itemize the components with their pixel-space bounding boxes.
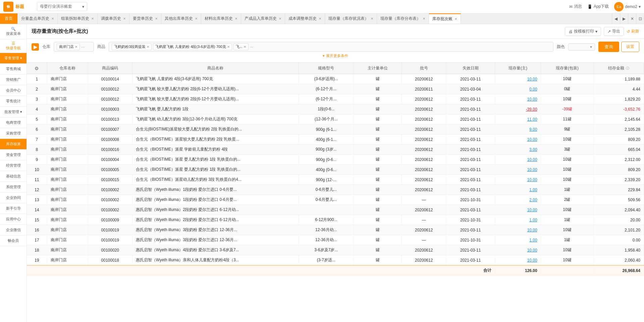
tab-cailiaochu[interactable]: 材料出库单历史 ✕ [201,13,241,24]
tab-xiancunliang1[interactable]: 现存量（库存状况表） ✕ [325,13,377,24]
product-tag-1[interactable]: 飞鹤奶粉3段两提装 ✕ [112,43,152,50]
sidebar-item-changhui[interactable]: 畅会员 [0,235,26,246]
sidebar-item-pifa[interactable]: 批发管理 ▾ [0,107,26,117]
tab-xiancunliang2[interactable]: 现存量（库存分布表） ✕ [377,13,429,24]
cell-qty-main[interactable]: 1.00 [495,235,541,245]
settings-icon[interactable]: ⚙ [35,66,39,71]
tab-close-icon[interactable]: ✕ [454,17,457,21]
cell-qty-main[interactable]: 1.00 [495,185,541,195]
tab-chanpin[interactable]: 产成品入库单历史 ✕ [241,13,285,24]
sidebar-item-xinshou[interactable]: 新手引导 [0,203,26,214]
cell-spec: 3-6岁及7岁... [299,245,354,255]
sidebar-item-huiyuan[interactable]: 会员中心 [0,85,26,96]
tab-fenliangpandian[interactable]: 分量盘点单历史 ✕ [18,13,58,24]
cell-code: 00100004 [88,155,132,165]
sidebar-item-jingying[interactable]: 经营管理 [0,160,26,171]
sidebar-quick-nav[interactable]: ☰ 快捷导航 [0,39,26,53]
tab-home[interactable]: 首页 [0,13,18,24]
product-filter-group[interactable]: 飞鹤奶粉3段两提装 ✕ 飞鹤星飞帆 儿童奶粉 4段(3-6岁适用) 700克 ✕… [109,42,553,52]
tab-zuzhangchaijian[interactable]: 组装拆卸单历史 ✕ [58,13,98,24]
export-button[interactable]: ↗ 导出 [604,27,624,36]
user-menu[interactable]: Ea demo2 ▾ [614,2,641,11]
query-button[interactable]: 查询 [598,42,619,52]
cell-qty-main[interactable]: 10.00 [495,225,541,235]
app-download-button[interactable]: 📱 App下载 [587,4,609,9]
tab-diaobodanhistory[interactable]: 调拨单历史 ✕ [98,13,129,24]
product-more-icon[interactable]: ··· [250,45,253,49]
sidebar-item-lingshou[interactable]: 零售管理 ▾ [0,53,26,64]
tab-close-icon[interactable]: ✕ [423,17,425,20]
tab-next-button[interactable]: ▶ [620,13,628,24]
th-qty-pkg: 现存量(包装) [541,63,594,74]
sidebar-item-dianshangg[interactable]: 电商管理 [0,117,26,128]
sidebar-item-yingyong[interactable]: 应用中心 [0,214,26,225]
cell-amount: 509.56 [594,195,644,205]
cell-qty-main[interactable]: 2.00 [495,195,541,205]
sidebar-item-lingshoucheng[interactable]: 零售商城 [0,64,26,74]
tab-qitachuku[interactable]: 其他出库单历史 ✕ [161,13,201,24]
sidebar-item-xitong[interactable]: 系统管理 [0,182,26,193]
tab-close-icon[interactable]: ✕ [123,17,126,20]
tab-expand-button[interactable]: ⊡ [636,13,644,24]
cell-qty-pkg: 10罐 [541,74,594,84]
sidebar-item-zijin[interactable]: 资金管理 [0,150,26,160]
cell-qty-main[interactable]: 10.00 [495,155,541,165]
warehouse-tag-label: 南岸门店 [59,44,74,49]
cell-qty-main[interactable]: 9.00 [495,124,541,135]
tab-close-icon[interactable]: ✕ [279,17,281,20]
cell-qty-main[interactable]: 10.00 [495,245,541,255]
cell-qty-main[interactable]: -39.00 [495,104,541,114]
tab-close-icon[interactable]: ✕ [319,17,321,20]
tab-close-icon[interactable]: ✕ [155,17,158,20]
cell-qty-main[interactable]: 10.00 [495,205,541,215]
product-tag-1-close[interactable]: ✕ [147,45,149,49]
workspace-selector[interactable]: 母婴行业演示账套 ▾ [37,2,87,11]
tab-close-icon[interactable]: ✕ [371,17,373,20]
cell-qty-main[interactable]: 10.00 [495,175,541,185]
sidebar-item-caigou[interactable]: 采购管理 [0,128,26,139]
cell-qty-main[interactable]: 10.00 [495,165,541,175]
cell-qty-main[interactable]: 3.00 [495,145,541,155]
cell-qty-main[interactable]: 10.00 [495,255,541,266]
sidebar-item-weixin[interactable]: 企业微信 [0,225,26,235]
tab-chenben[interactable]: 成本调整单历史 ✕ [285,13,325,24]
sidebar-search[interactable]: 🔍 搜索菜单 [0,24,26,39]
sidebar-item-jichu[interactable]: 基础信息 [0,171,26,182]
cell-qty-main[interactable]: 11.00 [495,114,541,124]
product-tag-3-close[interactable]: ✕ [244,45,246,49]
sidebar-item-lingshoutj[interactable]: 零售统计 [0,96,26,107]
th-settings[interactable]: ⚙ [27,63,47,74]
filter-expand-button[interactable]: ▶ [32,43,39,51]
warehouse-tag-close-icon[interactable]: ✕ [75,45,77,49]
sidebar-item-yingxiao[interactable]: 营销推广 [0,74,26,85]
product-tag-2-close[interactable]: ✕ [227,45,230,49]
warehouse-tag[interactable]: 南岸门店 ✕ [57,43,80,50]
product-tag-3[interactable]: 飞... ✕ [233,43,249,50]
sidebar-item-kucun[interactable]: 库存核算 [0,139,26,150]
color-filter-group[interactable]: ▾ [568,43,595,51]
tab-prev-button[interactable]: ◀ [612,13,620,24]
cell-qty-main[interactable]: 10.00 [495,94,541,104]
set-button[interactable]: 设置 [621,42,639,52]
tab-close-all-button[interactable]: ✕ [628,13,636,24]
tab-close-icon[interactable]: ✕ [91,17,94,20]
cell-qty-main[interactable]: 10.00 [495,135,541,145]
refresh-button[interactable]: ↺ 刷新 [627,29,639,34]
product-tag-2[interactable]: 飞鹤星飞帆 儿童奶粉 4段(3-6岁适用) 700克 ✕ [153,43,232,50]
cell-qty-main[interactable]: 0.00 [495,84,541,94]
expand-more-button[interactable]: ▾ 展开更多条件 [32,52,639,60]
tab-close-icon[interactable]: ✕ [51,17,54,20]
tab-kucunpici[interactable]: 库存批次账 ✕ [429,13,461,24]
tab-close-icon[interactable]: ✕ [235,17,237,20]
warehouse-more-icon[interactable]: ··· [81,45,85,49]
sidebar-item-qiye[interactable]: 企业协同 [0,193,26,203]
product-tag-3-label: 飞... [236,44,243,49]
print-button[interactable]: 🖨 按模板打印 ▾ [565,27,601,36]
cell-qty-pkg: 10罐 [541,175,594,185]
tab-yaohuo[interactable]: 要货单历史 ✕ [129,13,161,24]
warehouse-filter-group[interactable]: 南岸门店 ✕ ··· [54,42,94,52]
cell-qty-main[interactable]: 10.00 [495,74,541,84]
messages-button[interactable]: ✉ 消息 [569,4,582,9]
tab-close-icon[interactable]: ✕ [195,17,198,20]
cell-qty-main[interactable]: 1.00 [495,215,541,225]
